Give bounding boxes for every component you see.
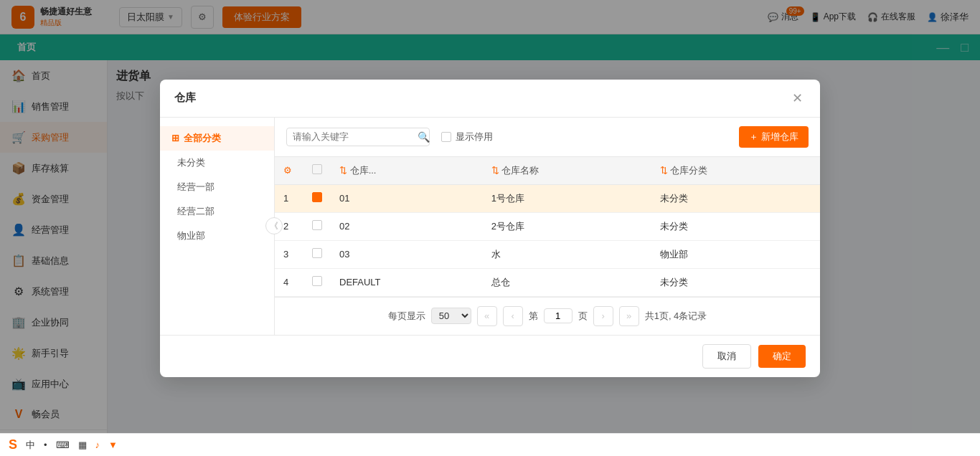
row-code: DEFAULT <box>331 268 483 296</box>
taskbar-s-icon: S <box>9 437 17 452</box>
th-code: ⇅ 仓库... <box>331 157 483 185</box>
row-name: 总仓 <box>483 268 651 296</box>
th-category: ⇅ 仓库分类 <box>651 157 820 185</box>
first-page-button[interactable]: « <box>477 306 497 326</box>
row-name: 1号仓库 <box>483 184 651 212</box>
row-code: 01 <box>331 184 483 212</box>
category-item-1[interactable]: 经营一部 <box>160 175 274 199</box>
taskbar-grid-icon[interactable]: ▦ <box>78 440 87 450</box>
confirm-button[interactable]: 确定 <box>758 345 806 368</box>
th-name: ⇅ 仓库名称 <box>483 157 651 185</box>
row-num: 4 <box>275 268 303 296</box>
all-category-item[interactable]: ⊞ 全部分类 <box>160 126 274 151</box>
table-row[interactable]: 2 02 2号仓库 未分类 <box>275 212 820 240</box>
collapse-button[interactable]: 《 <box>265 217 283 234</box>
row-category: 未分类 <box>651 212 820 240</box>
table-row[interactable]: 4 DEFAULT 总仓 未分类 <box>275 268 820 296</box>
table-toolbar: 🔍 显示停用 ＋ 新增仓库 <box>275 118 820 157</box>
sort-name-icon: ⇅ <box>491 165 499 176</box>
toolbar-left: 🔍 显示停用 <box>286 128 493 146</box>
search-input[interactable] <box>293 131 413 142</box>
row-name: 2号仓库 <box>483 212 651 240</box>
table-area: 🔍 显示停用 ＋ 新增仓库 <box>275 118 820 335</box>
taskbar-arrow-icon[interactable]: ▼ <box>108 440 118 450</box>
modal-body: ⊞ 全部分类 未分类 经营一部 经营二部 物业部 《 🔍 <box>160 118 820 335</box>
row-checkbox[interactable] <box>312 248 322 258</box>
select-all-checkbox[interactable] <box>312 164 322 174</box>
table-row[interactable]: 1 01 1号仓库 未分类 <box>275 184 820 212</box>
page-size-select[interactable]: 50 100 200 <box>431 308 471 324</box>
row-checkbox[interactable] <box>312 276 322 286</box>
taskbar-dot-icon: • <box>44 440 47 450</box>
search-box: 🔍 <box>286 128 430 146</box>
row-checkbox-cell <box>303 184 331 212</box>
category-item-3[interactable]: 物业部 <box>160 224 274 248</box>
modal-footer: 取消 确定 <box>160 335 820 377</box>
pagination: 每页显示 50 100 200 « ‹ 第 页 › » 共1页, 4条记录 <box>275 297 820 335</box>
row-num: 1 <box>275 184 303 212</box>
row-code: 03 <box>331 240 483 268</box>
next-page-button[interactable]: › <box>593 306 613 326</box>
taskbar-keyboard-icon[interactable]: ⌨ <box>56 440 70 450</box>
table-body: 1 01 1号仓库 未分类 2 02 2号仓库 未分类 3 03 水 物业部 4… <box>275 184 820 296</box>
add-warehouse-button[interactable]: ＋ 新增仓库 <box>739 126 809 148</box>
page-info: 共1页, 4条记录 <box>645 310 707 323</box>
warehouse-table: ⚙ ⇅ 仓库... ⇅ <box>275 157 820 297</box>
category-item-0[interactable]: 未分类 <box>160 151 274 175</box>
last-page-button[interactable]: » <box>619 306 639 326</box>
row-num: 3 <box>275 240 303 268</box>
row-checkbox-cell <box>303 240 331 268</box>
category-sidebar: ⊞ 全部分类 未分类 经营一部 经营二部 物业部 《 <box>160 118 275 335</box>
table-header-row: ⚙ ⇅ 仓库... ⇅ <box>275 157 820 185</box>
taskbar-music-icon[interactable]: ♪ <box>95 440 100 450</box>
modal-header: 仓库 ✕ <box>160 80 820 118</box>
settings-column-icon: ⚙ <box>283 165 292 176</box>
row-code: 02 <box>331 212 483 240</box>
data-table: ⚙ ⇅ 仓库... ⇅ <box>275 157 820 297</box>
modal-overlay: 仓库 ✕ ⊞ 全部分类 未分类 经营一部 经营二部 物业部 《 <box>0 0 980 456</box>
category-item-2[interactable]: 经营二部 <box>160 199 274 224</box>
warehouse-modal: 仓库 ✕ ⊞ 全部分类 未分类 经营一部 经营二部 物业部 《 <box>160 80 820 377</box>
grid-icon: ⊞ <box>171 133 179 143</box>
th-checkbox <box>303 157 331 185</box>
row-checkbox-cell <box>303 268 331 296</box>
sort-category-icon: ⇅ <box>660 165 668 176</box>
row-category: 物业部 <box>651 240 820 268</box>
prev-page-button[interactable]: ‹ <box>503 306 523 326</box>
row-checkbox[interactable] <box>312 220 322 230</box>
search-icon: 🔍 <box>418 131 430 143</box>
th-settings: ⚙ <box>275 157 303 185</box>
taskbar-zh-icon[interactable]: 中 <box>26 439 35 452</box>
sort-code-icon: ⇅ <box>339 165 347 176</box>
row-category: 未分类 <box>651 184 820 212</box>
row-checkbox-cell <box>303 212 331 240</box>
table-row[interactable]: 3 03 水 物业部 <box>275 240 820 268</box>
row-name: 水 <box>483 240 651 268</box>
row-category: 未分类 <box>651 268 820 296</box>
page-input[interactable] <box>544 308 573 323</box>
row-checkbox[interactable] <box>312 192 322 202</box>
cancel-button[interactable]: 取消 <box>702 344 751 369</box>
show-disabled-label[interactable]: 显示停用 <box>441 130 493 143</box>
show-disabled-checkbox[interactable] <box>441 132 451 142</box>
taskbar: S 中 • ⌨ ▦ ♪ ▼ <box>0 433 980 456</box>
modal-close-button[interactable]: ✕ <box>788 90 806 107</box>
modal-title: 仓库 <box>174 91 196 105</box>
